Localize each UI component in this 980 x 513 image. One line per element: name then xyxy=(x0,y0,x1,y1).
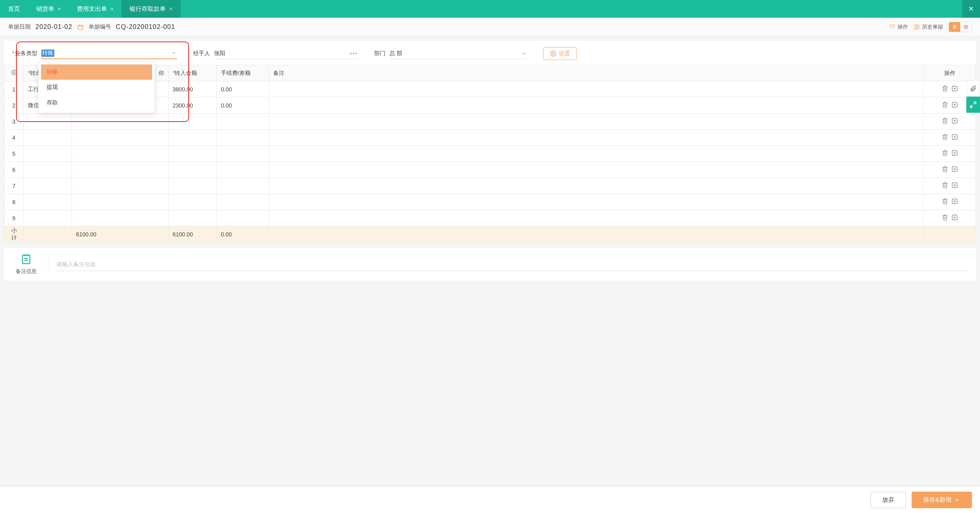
cell-fee[interactable]: 0.00 xyxy=(217,81,269,97)
add-row-button[interactable] xyxy=(950,214,959,221)
add-row-button[interactable] xyxy=(950,150,959,156)
cell-hidden[interactable] xyxy=(72,178,169,194)
view-toggle-list[interactable] xyxy=(949,22,960,32)
delete-row-button[interactable] xyxy=(940,182,950,188)
svg-point-22 xyxy=(13,72,15,73)
dept-select[interactable]: 总 部 xyxy=(389,48,527,59)
cell-fee[interactable] xyxy=(217,114,269,130)
table-row[interactable]: 6 xyxy=(4,162,976,178)
cell-remark[interactable] xyxy=(269,130,924,146)
add-row-button[interactable] xyxy=(950,182,959,188)
add-row-button[interactable] xyxy=(950,118,959,124)
cell-remark[interactable] xyxy=(269,114,924,130)
table-row[interactable]: 5 xyxy=(4,146,976,162)
table-row[interactable]: 7 xyxy=(4,178,976,194)
cell-out-acct[interactable] xyxy=(24,130,72,146)
view-toggle-form[interactable] xyxy=(960,22,972,32)
add-row-button[interactable] xyxy=(950,85,959,92)
cell-hidden[interactable] xyxy=(72,130,169,146)
cell-out-acct[interactable] xyxy=(24,194,72,210)
close-icon[interactable]: × xyxy=(169,6,172,12)
settings-label: 设置 xyxy=(559,50,570,57)
cell-in-amt[interactable] xyxy=(169,210,217,226)
add-row-button[interactable] xyxy=(950,134,959,140)
cell-fee[interactable] xyxy=(217,146,269,162)
cell-remark[interactable] xyxy=(269,97,924,114)
cell-in-amt[interactable] xyxy=(169,162,217,178)
cell-out-acct[interactable] xyxy=(24,162,72,178)
cell-out-acct[interactable] xyxy=(24,178,72,194)
cell-out-acct[interactable] xyxy=(24,146,72,162)
cell-out-acct[interactable] xyxy=(24,210,72,226)
dropdown-option-transfer[interactable]: 转账 xyxy=(41,64,152,80)
cell-fee[interactable]: 0.00 xyxy=(217,97,269,114)
cell-in-amt[interactable] xyxy=(169,178,217,194)
delete-row-button[interactable] xyxy=(940,150,950,156)
attachment-button[interactable] xyxy=(966,81,980,97)
panel-close-button[interactable]: × xyxy=(962,0,980,18)
cell-hidden[interactable] xyxy=(72,194,169,210)
cell-remark[interactable] xyxy=(269,178,924,194)
dropdown-option-withdraw[interactable]: 提现 xyxy=(41,80,152,95)
cell-in-amt[interactable] xyxy=(169,130,217,146)
add-row-button[interactable] xyxy=(950,198,959,205)
cell-fee[interactable] xyxy=(217,210,269,226)
tab-expense[interactable]: 费用支出单× xyxy=(69,0,121,18)
settings-button[interactable]: 设置 xyxy=(543,47,577,60)
table-row[interactable]: 9 xyxy=(4,210,976,226)
close-icon[interactable]: × xyxy=(58,6,61,12)
tab-home[interactable]: 首页 xyxy=(0,0,28,18)
date-value[interactable]: 2020-01-02 xyxy=(35,23,72,31)
delete-row-button[interactable] xyxy=(940,101,950,108)
cell-out-acct[interactable] xyxy=(24,114,72,130)
add-row-button[interactable] xyxy=(950,101,959,108)
table-row[interactable]: 3 xyxy=(4,114,976,130)
cell-hidden[interactable] xyxy=(72,210,169,226)
close-icon[interactable]: × xyxy=(110,6,113,12)
table-row[interactable]: 4 xyxy=(4,130,976,146)
delete-row-button[interactable] xyxy=(940,118,950,124)
tab-sales[interactable]: 销货单× xyxy=(28,0,69,18)
biz-type-select[interactable]: 转账 xyxy=(41,48,177,59)
col-header-gear[interactable] xyxy=(4,65,24,81)
cell-in-amt[interactable]: 2300.00 xyxy=(169,97,217,114)
cell-in-amt[interactable] xyxy=(169,146,217,162)
cell-remark[interactable] xyxy=(269,81,924,97)
add-row-button[interactable] xyxy=(950,166,959,172)
grid-icon xyxy=(889,24,896,30)
cell-hidden[interactable] xyxy=(72,114,169,130)
cell-remark[interactable] xyxy=(269,162,924,178)
cell-remark[interactable] xyxy=(269,210,924,226)
expand-button[interactable] xyxy=(966,97,980,113)
cell-hidden[interactable] xyxy=(72,162,169,178)
action-history[interactable]: 历史单据 xyxy=(914,23,943,31)
delete-row-button[interactable] xyxy=(940,85,950,92)
cell-in-amt[interactable]: 3800.00 xyxy=(169,81,217,97)
cell-fee[interactable] xyxy=(217,162,269,178)
tab-bank[interactable]: 银行存取款单× xyxy=(121,0,180,18)
cell-in-amt[interactable] xyxy=(169,194,217,210)
delete-row-button[interactable] xyxy=(940,214,950,221)
chevron-up-icon xyxy=(171,50,177,56)
cell-fee[interactable] xyxy=(217,194,269,210)
cell-in-amt[interactable] xyxy=(169,114,217,130)
row-index: 3 xyxy=(4,114,24,130)
delete-row-button[interactable] xyxy=(940,166,950,172)
cell-fee[interactable] xyxy=(217,178,269,194)
cell-fee[interactable] xyxy=(217,130,269,146)
cell-remark[interactable] xyxy=(269,146,924,162)
tab-bank-label: 银行存取款单 xyxy=(130,5,166,13)
action-operations[interactable]: 操作 xyxy=(889,23,908,31)
table-row[interactable]: 8 xyxy=(4,194,976,210)
handler-select[interactable]: 张阳 ••• xyxy=(214,48,358,59)
dropdown-option-deposit[interactable]: 存款 xyxy=(41,95,152,110)
remark-input[interactable] xyxy=(56,258,968,271)
delete-row-button[interactable] xyxy=(940,198,950,205)
svg-rect-18 xyxy=(966,25,968,27)
subtotal-fee: 0.00 xyxy=(217,226,269,242)
cell-remark[interactable] xyxy=(269,194,924,210)
cell-action xyxy=(924,114,976,130)
delete-row-button[interactable] xyxy=(940,134,950,140)
cell-hidden[interactable] xyxy=(72,146,169,162)
calendar-icon[interactable] xyxy=(77,24,84,30)
